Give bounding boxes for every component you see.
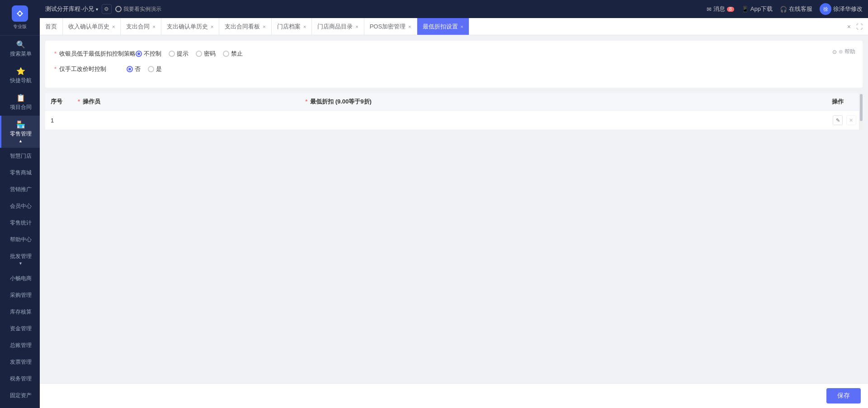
topbar-user-button[interactable]: 徐 徐泽华修改 bbox=[820, 3, 863, 15]
tab-store-goods[interactable]: 门店商品目录 × bbox=[312, 18, 364, 35]
tab-min-discount[interactable]: 最低折扣设置 × bbox=[417, 18, 469, 35]
col-discount-label: 最低折扣 (9.00等于9折) bbox=[310, 98, 372, 105]
table-header: 序号 * 操作员 * 最低折扣 (9.00等于9折) 操作 bbox=[45, 93, 863, 111]
strategy-required-mark: * bbox=[54, 50, 57, 57]
sidebar-item-purchase-label: 采购管理 bbox=[10, 291, 32, 299]
sidebar-item-marketing-label: 营销推广 bbox=[10, 186, 32, 193]
tab-store-file-label: 门店档案 bbox=[277, 23, 301, 31]
sidebar-item-search[interactable]: 🔍 搜索菜单 bbox=[0, 36, 40, 62]
save-button[interactable]: 保存 bbox=[826, 388, 861, 403]
topbar-app-label: App下载 bbox=[750, 5, 773, 13]
sidebar-item-onlineshop[interactable]: 零售商城 bbox=[0, 164, 40, 181]
tab-close-all-button[interactable]: × bbox=[845, 22, 853, 31]
table-scrollbar[interactable] bbox=[859, 93, 863, 130]
discount-table: 序号 * 操作员 * 最低折扣 (9.00等于9折) 操作 bbox=[45, 93, 863, 130]
manual-option-yes-label: 是 bbox=[156, 65, 162, 73]
strategy-option-none[interactable]: 不控制 bbox=[136, 50, 161, 58]
sidebar-item-salary[interactable]: 工资 bbox=[0, 404, 40, 408]
help-button[interactable]: ⊙ ⊙ 帮助 bbox=[832, 48, 855, 56]
tab-payment-history-close[interactable]: × bbox=[211, 24, 213, 29]
sidebar-item-member[interactable]: 会员中心 bbox=[0, 198, 40, 215]
sidebar-item-tax-label: 税务管理 bbox=[10, 375, 32, 383]
sidebar-item-purchase[interactable]: 采购管理 bbox=[0, 287, 40, 304]
sidebar-item-fixedasset[interactable]: 固定资产 bbox=[0, 387, 40, 404]
chevron-down-icon: ▼ bbox=[19, 261, 23, 266]
operator-required-mark: * bbox=[78, 98, 80, 105]
row-seq: 1 bbox=[45, 111, 72, 130]
strategy-option-hint[interactable]: 提示 bbox=[169, 50, 189, 58]
sidebar-item-invoice-label: 发票管理 bbox=[10, 358, 32, 366]
topbar-demo-label: 我要看实例演示 bbox=[123, 5, 161, 13]
tab-payment-board-close[interactable]: × bbox=[263, 24, 265, 29]
tab-income-history-label: 收入确认单历史 bbox=[68, 23, 109, 31]
table-header-row: 序号 * 操作员 * 最低折扣 (9.00等于9折) 操作 bbox=[45, 93, 863, 111]
strategy-option-ban-label: 禁止 bbox=[231, 50, 243, 58]
manual-option-yes[interactable]: 是 bbox=[148, 65, 162, 73]
tab-min-discount-close[interactable]: × bbox=[461, 24, 463, 29]
sidebar-item-marketing[interactable]: 营销推广 bbox=[0, 181, 40, 198]
tabs-actions: × ⛶ bbox=[842, 22, 868, 31]
sidebar-item-ledger[interactable]: 总账管理 bbox=[0, 337, 40, 354]
tab-store-goods-close[interactable]: × bbox=[355, 24, 358, 29]
gear-icon: ⚙ bbox=[104, 6, 109, 12]
manual-option-no-label: 否 bbox=[135, 65, 141, 73]
topbar-service-button[interactable]: 🎧 在线客服 bbox=[780, 5, 812, 13]
manual-form-row: * 仅手工改价时控制 否 是 bbox=[54, 65, 854, 73]
sidebar-item-fixedasset-label: 固定资产 bbox=[10, 392, 32, 399]
sidebar-item-retail[interactable]: 🏪 零售管理 ▲ bbox=[0, 116, 40, 148]
sidebar-item-search-label: 搜索菜单 bbox=[10, 50, 32, 58]
avatar-initials: 徐 bbox=[823, 6, 828, 13]
topbar-settings-button[interactable]: ⚙ bbox=[102, 4, 112, 14]
demo-dot-icon bbox=[115, 6, 122, 12]
tab-payment-board[interactable]: 支出合同看板 × bbox=[219, 18, 271, 35]
sidebar-item-tax[interactable]: 税务管理 bbox=[0, 370, 40, 387]
topbar-project-selector[interactable]: 测试分开库程·小兄 ▾ bbox=[45, 5, 98, 13]
sidebar-item-quicknav[interactable]: ⭐ 快捷导航 bbox=[0, 62, 40, 89]
strategy-radio-none[interactable] bbox=[136, 51, 142, 57]
strategy-option-ban[interactable]: 禁止 bbox=[223, 50, 243, 58]
sidebar-logo: 专业版 bbox=[0, 0, 40, 36]
tab-payment-contract[interactable]: 支出合同 × bbox=[121, 18, 161, 35]
sidebar-item-wholesale[interactable]: 批发管理 ▼ bbox=[0, 248, 40, 270]
manual-option-no[interactable]: 否 bbox=[127, 65, 141, 73]
tab-income-history[interactable]: 收入确认单历史 × bbox=[63, 18, 121, 35]
row-edit-button[interactable]: ✎ bbox=[833, 115, 843, 125]
sidebar-item-project[interactable]: 📋 项目合同 bbox=[0, 89, 40, 116]
col-operator-header: * 操作员 bbox=[72, 93, 300, 111]
strategy-radio-ban[interactable] bbox=[223, 51, 229, 57]
col-discount-header: * 最低折扣 (9.00等于9折) bbox=[300, 93, 826, 111]
sidebar-item-help[interactable]: 帮助中心 bbox=[0, 231, 40, 248]
tab-payment-history[interactable]: 支出确认单历史 × bbox=[161, 18, 219, 35]
sidebar: 专业版 🔍 搜索菜单 ⭐ 快捷导航 📋 项目合同 🏪 零售管理 ▲ 智慧门店 零… bbox=[0, 0, 40, 408]
tab-home[interactable]: 首页 bbox=[40, 18, 63, 35]
topbar-left: 测试分开库程·小兄 ▾ ⚙ 我要看实例演示 bbox=[45, 4, 707, 14]
sidebar-item-invoice[interactable]: 发票管理 bbox=[0, 354, 40, 370]
topbar-app-button[interactable]: 📱 App下载 bbox=[741, 5, 773, 13]
tab-pos-encrypt-close[interactable]: × bbox=[408, 24, 411, 29]
row-delete-button[interactable]: ✕ bbox=[846, 115, 856, 125]
topbar-demo-button[interactable]: 我要看实例演示 bbox=[115, 5, 161, 13]
manual-required-mark: * bbox=[54, 66, 57, 72]
sidebar-item-ledger-label: 总账管理 bbox=[10, 342, 32, 349]
sidebar-item-stats[interactable]: 零售统计 bbox=[0, 215, 40, 231]
sidebar-item-stats-label: 零售统计 bbox=[10, 219, 32, 227]
strategy-option-password[interactable]: 密码 bbox=[196, 50, 216, 58]
sidebar-item-finance[interactable]: 资金管理 bbox=[0, 320, 40, 337]
sidebar-item-smartstore[interactable]: 智慧门店 bbox=[0, 148, 40, 164]
manual-radio-yes[interactable] bbox=[148, 66, 154, 72]
tab-payment-contract-close[interactable]: × bbox=[152, 24, 155, 29]
manual-label: * 仅手工改价时控制 bbox=[54, 65, 127, 73]
strategy-option-none-label: 不控制 bbox=[144, 50, 161, 58]
manual-radio-no[interactable] bbox=[127, 66, 133, 72]
manual-label-text: 仅手工改价时控制 bbox=[59, 66, 106, 72]
sidebar-item-inventory[interactable]: 库存核算 bbox=[0, 304, 40, 320]
tab-expand-button[interactable]: ⛶ bbox=[854, 22, 864, 31]
strategy-radio-hint[interactable] bbox=[169, 51, 175, 57]
tab-pos-encrypt[interactable]: POS加密管理 × bbox=[364, 18, 417, 35]
sidebar-item-ecommerce[interactable]: 小畅电商 bbox=[0, 270, 40, 287]
tab-store-file-close[interactable]: × bbox=[303, 24, 306, 29]
tab-store-file[interactable]: 门店档案 × bbox=[272, 18, 312, 35]
tab-income-history-close[interactable]: × bbox=[112, 24, 115, 29]
topbar-message-button[interactable]: ✉ 消息 8 bbox=[707, 5, 734, 13]
strategy-radio-password[interactable] bbox=[196, 51, 202, 57]
